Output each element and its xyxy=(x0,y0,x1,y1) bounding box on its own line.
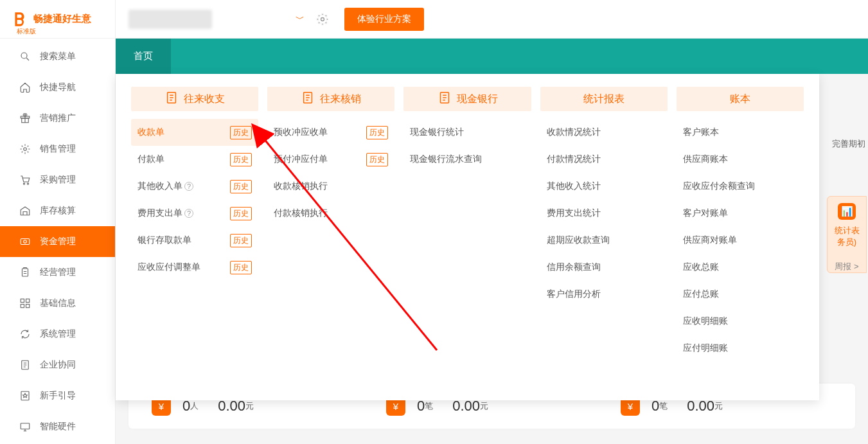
svg-rect-10 xyxy=(26,299,30,302)
svg-point-4 xyxy=(23,183,24,184)
industry-plan-button[interactable]: 体验行业方案 xyxy=(344,8,424,31)
svg-point-7 xyxy=(24,240,27,244)
mega-item-1-1[interactable]: 预付冲应付单历史 xyxy=(267,146,394,173)
bg-orange-card[interactable]: 📊 统计表 务员) 周报 > xyxy=(827,196,867,273)
mega-item-0-5[interactable]: 应收应付调整单历史 xyxy=(131,254,258,281)
stat1-amt-unit: 元 xyxy=(245,400,254,412)
mega-item-label: 客户对账单 xyxy=(683,208,728,219)
history-tag[interactable]: 历史 xyxy=(366,126,388,139)
mega-item-3-2[interactable]: 其他收入统计 xyxy=(540,173,668,200)
history-tag[interactable]: 历史 xyxy=(230,126,252,139)
sidebar-item-8[interactable]: 基础信息 xyxy=(0,288,115,319)
mega-col-title: 现金银行 xyxy=(457,93,498,106)
svg-rect-6 xyxy=(21,239,30,245)
sidebar-item-1[interactable]: 快捷导航 xyxy=(0,72,115,103)
tab-home[interactable]: 首页 xyxy=(116,39,171,74)
mega-item-4-1[interactable]: 供应商账本 xyxy=(677,146,804,173)
history-tag[interactable]: 历史 xyxy=(230,180,252,193)
gift-icon xyxy=(19,112,31,124)
mega-item-label: 客户账本 xyxy=(683,127,719,138)
history-tag[interactable]: 历史 xyxy=(230,153,252,166)
sidebar-item-10[interactable]: 企业协同 xyxy=(0,350,115,380)
money-icon xyxy=(19,236,31,247)
stat3-amt-unit: 元 xyxy=(714,400,723,412)
report-card-icon: 📊 xyxy=(838,203,856,220)
svg-rect-12 xyxy=(26,305,30,308)
sidebar-item-5[interactable]: 库存核算 xyxy=(0,195,115,226)
sidebar-item-6[interactable]: 资金管理 xyxy=(0,226,115,257)
sidebar-item-0[interactable]: 搜索菜单 xyxy=(0,41,115,72)
svg-point-0 xyxy=(21,53,27,58)
mega-item-4-7[interactable]: 应收明细账 xyxy=(677,308,804,335)
mega-item-0-1[interactable]: 付款单历史 xyxy=(131,146,258,173)
sidebar-item-label: 销售管理 xyxy=(40,143,76,155)
sidebar-item-label: 经营管理 xyxy=(40,267,76,278)
mega-item-label: 超期应收款查询 xyxy=(547,235,610,246)
sidebar-item-7[interactable]: 经营管理 xyxy=(0,257,115,288)
cart-icon xyxy=(19,174,31,186)
sidebar-item-label: 资金管理 xyxy=(40,236,76,247)
mega-item-3-0[interactable]: 收款情况统计 xyxy=(540,119,668,146)
mega-item-0-4[interactable]: 银行存取款单历史 xyxy=(131,227,258,254)
doc-icon xyxy=(438,91,452,107)
sidebar-item-9[interactable]: 系统管理 xyxy=(0,319,115,350)
history-tag[interactable]: 历史 xyxy=(230,234,252,247)
svg-rect-11 xyxy=(21,305,24,308)
svg-point-3 xyxy=(24,148,27,151)
mega-item-2-0[interactable]: 现金银行统计 xyxy=(403,119,531,146)
mega-item-0-0[interactable]: 收款单历史 xyxy=(131,119,258,146)
card-line3[interactable]: 周报 > xyxy=(835,261,858,272)
sidebar-item-12[interactable]: 智能硬件 xyxy=(0,411,115,442)
mega-item-3-6[interactable]: 客户信用分析 xyxy=(540,281,668,308)
mega-item-0-2[interactable]: 其他收入单?历史 xyxy=(131,173,258,200)
mega-item-4-2[interactable]: 应收应付余额查询 xyxy=(677,173,804,200)
brand-edition: 标准版 xyxy=(17,27,36,36)
mega-col-head: 统计报表 xyxy=(540,87,668,111)
finance-mega-menu: 往来收支收款单历史付款单历史其他收入单?历史费用支出单?历史银行存取款单历史应收… xyxy=(116,74,819,400)
sidebar-item-2[interactable]: 营销推广 xyxy=(0,103,115,134)
tab-strip: 首页 xyxy=(116,39,868,74)
mega-item-label: 收款核销执行 xyxy=(274,181,328,192)
sidebar-item-3[interactable]: 销售管理 xyxy=(0,134,115,164)
sidebar-item-label: 营销推广 xyxy=(40,112,76,124)
history-tag[interactable]: 历史 xyxy=(366,153,388,166)
history-tag[interactable]: 历史 xyxy=(230,261,252,274)
svg-rect-15 xyxy=(21,423,30,429)
mega-item-1-0[interactable]: 预收冲应收单历史 xyxy=(267,119,394,146)
mega-item-4-8[interactable]: 应付明细账 xyxy=(677,335,804,362)
mega-item-label: 应付明细账 xyxy=(683,342,728,354)
mega-col-head: 往来核销 xyxy=(267,87,394,111)
help-icon[interactable]: ? xyxy=(184,209,193,218)
sidebar-item-11[interactable]: 新手引导 xyxy=(0,380,115,411)
mega-item-0-3[interactable]: 费用支出单?历史 xyxy=(131,200,258,227)
stat2-amt-unit: 元 xyxy=(480,400,488,412)
mega-item-4-3[interactable]: 客户对账单 xyxy=(677,200,804,227)
mega-item-4-5[interactable]: 应收总账 xyxy=(677,254,804,281)
mega-item-label: 应收总账 xyxy=(683,262,719,273)
mega-item-2-1[interactable]: 现金银行流水查询 xyxy=(403,146,531,173)
mega-item-3-3[interactable]: 费用支出统计 xyxy=(540,200,668,227)
mega-item-label: 付款单 xyxy=(137,154,164,165)
mega-item-label: 预付冲应付单 xyxy=(274,154,328,165)
stat1-unit: 人 xyxy=(190,400,199,412)
mega-item-1-3[interactable]: 付款核销执行 xyxy=(267,200,394,227)
sidebar-item-4[interactable]: 采购管理 xyxy=(0,164,115,195)
mega-col-title: 往来收支 xyxy=(184,93,225,106)
mega-item-4-0[interactable]: 客户账本 xyxy=(677,119,804,146)
mega-item-4-4[interactable]: 供应商对账单 xyxy=(677,227,804,254)
mega-item-1-2[interactable]: 收款核销执行 xyxy=(267,173,394,200)
mega-item-3-5[interactable]: 信用余额查询 xyxy=(540,254,668,281)
help-icon[interactable]: ? xyxy=(184,182,193,191)
chevron-down-icon[interactable]: ﹀ xyxy=(296,13,305,25)
mega-item-4-6[interactable]: 应付总账 xyxy=(677,281,804,308)
mega-item-3-1[interactable]: 付款情况统计 xyxy=(540,146,668,173)
mega-item-label: 银行存取款单 xyxy=(137,235,191,246)
settings-icon[interactable] xyxy=(316,13,329,26)
mega-item-label: 现金银行流水查询 xyxy=(410,154,482,165)
org-selector-blurred[interactable] xyxy=(128,10,212,29)
mega-item-3-4[interactable]: 超期应收款查询 xyxy=(540,227,668,254)
sidebar-item-label: 库存核算 xyxy=(40,205,76,217)
mega-item-label: 费用支出统计 xyxy=(547,208,601,219)
mega-item-label: 预收冲应收单 xyxy=(274,127,328,138)
history-tag[interactable]: 历史 xyxy=(230,207,252,220)
